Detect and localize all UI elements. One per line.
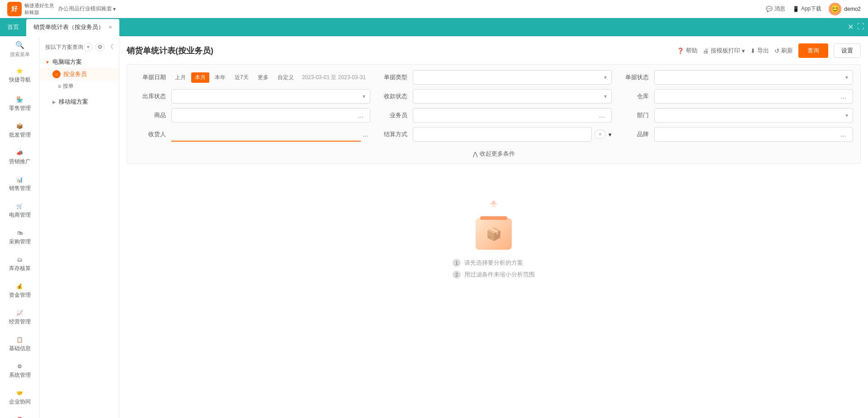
sidebar-item-finance[interactable]: 💰 资金管理 [0, 278, 39, 304]
section-mobile-label: 移动端方案 [59, 98, 88, 106]
retail-icon: 🏪 [16, 96, 23, 103]
doc-type-select[interactable]: ▾ [413, 70, 612, 85]
export-btn[interactable]: ⬇ 导出 [750, 47, 769, 55]
scheme-settings-btn[interactable]: ⚙ [95, 43, 104, 52]
empty-illustration: 📦 [467, 200, 521, 250]
message-btn[interactable]: 💬 消息 [766, 5, 785, 13]
system-icon: ⚙ [17, 363, 22, 370]
sidebar-item-sales[interactable]: 📊 销售管理 [0, 171, 39, 198]
sidebar-item-marketing[interactable]: 📣 营销推广 [0, 144, 39, 171]
empty-hint-2: 2 用过滤条件来缩小分析范围 [453, 271, 535, 279]
sidebar-item-newuser[interactable]: 🎯 新手引导 [0, 411, 39, 418]
doc-type-label: 单据类型 [376, 73, 407, 81]
mobile-arrow-icon: ▶ [52, 100, 56, 104]
date-range-display: 2023-03-01 至 2023-03-31 [302, 74, 366, 81]
scheme-item-by-staff[interactable]: ○ 按业务员 [40, 68, 119, 81]
dept-select[interactable]: ▾ [654, 108, 853, 123]
query-btn[interactable]: 查询 [798, 43, 828, 58]
sidebar-item-enterprise[interactable]: 🤝 企业协同 [0, 385, 39, 411]
goods-select[interactable]: ... [171, 108, 370, 123]
date-tab-this-year[interactable]: 本年 [211, 72, 229, 83]
sidebar-item-basic[interactable]: 📋 基础信息 [0, 331, 39, 358]
scheme-header: 按以下方案查询 + ⚙ 《 [40, 40, 119, 54]
print-icon: 🖨 [703, 48, 709, 54]
scheme-collapse-btn[interactable]: 《 [107, 43, 113, 51]
collapse-btn[interactable]: ⋀ 收起更多条件 [134, 146, 853, 158]
template-print-btn[interactable]: 🖨 按模板打印 ▾ [703, 47, 745, 55]
main-layout: 🔍 搜索菜单 ⭐ 快捷导航 🏪 零售管理 📦 批发管理 📣 营销推广 📊 销售管… [0, 36, 868, 418]
sidebar-item-retail[interactable]: 🏪 零售管理 [0, 91, 39, 118]
sidebar-item-purchase[interactable]: 🛍 采购管理 [0, 224, 39, 251]
staff-dots[interactable]: ... [597, 111, 607, 119]
sidebar-item-operations[interactable]: 📈 经营管理 [0, 304, 39, 331]
sidebar-item-ecommerce[interactable]: 🛒 电商管理 [0, 198, 39, 224]
settlement-tag-remove[interactable]: × [599, 131, 602, 138]
app-download-btn[interactable]: 📱 App下载 [793, 5, 821, 13]
sidebar-search-btn[interactable]: 🔍 搜索菜单 [0, 36, 39, 62]
tab-close-icon[interactable]: × [108, 24, 112, 31]
help-btn[interactable]: ❓ 帮助 [677, 47, 698, 55]
chevron-left-icon: 《 [107, 43, 113, 50]
empty-arrows [490, 200, 497, 207]
consignee-input[interactable] [171, 127, 361, 142]
refresh-btn[interactable]: ↺ 刷新 [774, 47, 793, 55]
warehouse-label: 仓库 [617, 92, 649, 100]
logo-area: 好 畅捷通好生意 标账版 [7, 2, 54, 16]
top-bar-left: 好 畅捷通好生意 标账版 办公用品行业模拟账套 ▾ [7, 2, 116, 16]
brand-dots[interactable]: ... [839, 130, 848, 138]
goods-dots[interactable]: ... [356, 111, 365, 119]
page-title-row: 销货单统计表(按业务员) ❓ 帮助 🖨 按模板打印 ▾ ⬇ 导出 [127, 43, 861, 58]
brand-select[interactable]: ... [654, 127, 853, 142]
tab-home[interactable]: 首页 [0, 18, 26, 36]
warehouse-control: ... [654, 89, 853, 104]
payment-status-label: 收款状态 [376, 92, 407, 100]
doc-status-control: ▾ [654, 70, 853, 85]
date-tabs: 上月 本月 本年 近7天 更多 自定义 2023-03-01 至 2023-03… [171, 72, 366, 83]
basic-icon: 📋 [16, 337, 23, 343]
export-icon: ⬇ [750, 48, 755, 54]
scheme-section-desktop-header[interactable]: ▼ 电脑端方案 [40, 56, 119, 68]
close-window-icon[interactable]: ✕ [848, 23, 854, 31]
maximize-icon[interactable]: ⛶ [857, 23, 864, 31]
out-status-select[interactable]: ▾ [171, 89, 370, 104]
active-scheme-icon: ○ [52, 70, 61, 78]
consignee-dots[interactable]: ... [361, 130, 370, 138]
warehouse-select[interactable]: ... [654, 89, 853, 104]
date-tab-this-month[interactable]: 本月 [191, 72, 209, 83]
empty-hint-1: 1 请先选择要分析的方案 [453, 259, 535, 267]
scheme-item-by-order[interactable]: ≡ 按单 [40, 81, 119, 92]
sidebar-quick-nav[interactable]: ⭐ 快捷导航 [0, 62, 39, 89]
settings-btn[interactable]: 设置 [834, 43, 861, 58]
staff-select[interactable]: ... [413, 108, 612, 123]
tab-sales-stat[interactable]: 销货单统计表（按业务员） × [26, 19, 119, 37]
avatar: 😊 [829, 3, 841, 15]
scheme-panel: 按以下方案查询 + ⚙ 《 ▼ 电脑端方案 [40, 36, 119, 418]
search-icon: 🔍 [15, 41, 24, 49]
message-icon: 💬 [766, 6, 773, 12]
page-actions: ❓ 帮助 🖨 按模板打印 ▾ ⬇ 导出 ↺ 刷新 [677, 43, 861, 58]
date-tab-custom[interactable]: 自定义 [274, 72, 297, 83]
doc-type-caret-icon: ▾ [604, 74, 607, 81]
refresh-icon: ↺ [774, 48, 779, 54]
breadcrumb-dropdown[interactable]: 办公用品行业模拟账套 ▾ [58, 5, 116, 13]
enterprise-icon: 🤝 [16, 390, 23, 396]
sidebar-item-system[interactable]: ⚙ 系统管理 [0, 358, 39, 385]
scheme-add-btn[interactable]: + [84, 43, 93, 52]
brand-control: ... [654, 127, 853, 142]
user-area[interactable]: 😊 demo2 [829, 3, 861, 15]
date-tab-last-month[interactable]: 上月 [171, 72, 189, 83]
payment-status-select[interactable]: ▾ [413, 89, 612, 104]
warehouse-dots[interactable]: ... [839, 92, 848, 100]
sidebar-item-inventory[interactable]: 🗂 库存核算 [0, 251, 39, 278]
doc-status-select[interactable]: ▾ [654, 70, 853, 85]
scheme-section-mobile-header[interactable]: ▶ 移动端方案 [40, 95, 119, 108]
scheme-section-desktop: ▼ 电脑端方案 ○ 按业务员 ≡ 按单 [40, 54, 119, 94]
filter-row-1: 单据日期 上月 本月 本年 近7天 更多 自定义 2023-03-01 至 20… [134, 70, 853, 85]
sidebar-item-wholesale[interactable]: 📦 批发管理 [0, 118, 39, 144]
settlement-select[interactable] [413, 127, 592, 142]
date-tab-more[interactable]: 更多 [254, 72, 272, 83]
date-tab-7days[interactable]: 近7天 [231, 72, 252, 83]
goods-control: ... [171, 108, 370, 123]
payment-status-control: ▾ [413, 89, 612, 104]
operations-icon: 📈 [16, 310, 23, 316]
